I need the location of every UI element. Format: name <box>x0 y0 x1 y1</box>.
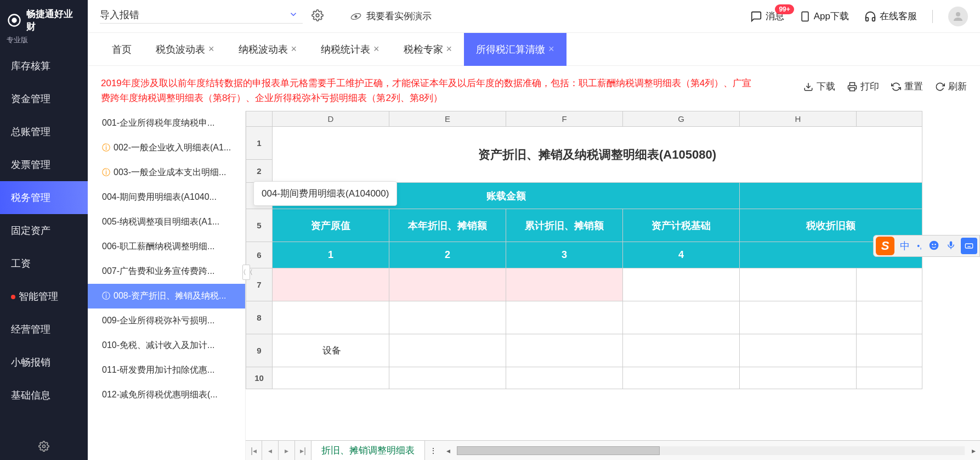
report-item-4[interactable]: 005-纳税调整项目明细表(A1... <box>88 210 245 234</box>
sidebar-settings[interactable] <box>0 434 88 460</box>
report-item-9[interactable]: 010-免税、减计收入及加计... <box>88 333 245 358</box>
sidebar-item-9[interactable]: 小畅报销 <box>0 346 88 379</box>
report-item-6[interactable]: 007-广告费和业务宣传费跨... <box>88 259 245 284</box>
app-download-button[interactable]: App下载 <box>800 10 849 23</box>
ime-bar[interactable]: S 中 •, <box>873 235 980 257</box>
headset-icon <box>864 10 876 23</box>
sidebar-item-6[interactable]: 工资 <box>0 247 88 280</box>
close-icon[interactable]: × <box>548 43 554 55</box>
sheet-next-icon[interactable]: ▸ <box>279 441 295 461</box>
ime-keyboard-icon[interactable] <box>961 238 977 254</box>
close-icon[interactable]: × <box>446 43 452 55</box>
scroll-track[interactable] <box>457 446 965 455</box>
brand-header: 畅捷通好业财 专业版 <box>0 0 88 49</box>
svg-rect-17 <box>950 241 953 246</box>
svg-point-15 <box>932 244 933 245</box>
tab-2[interactable]: 纳税波动表× <box>226 33 309 66</box>
help-icon: ⓘ <box>102 143 110 153</box>
sidebar-menu: 库存核算资金管理总账管理发票管理税务管理固定资产工资智能管理经营管理小畅报销基础… <box>0 49 88 434</box>
collapse-handle[interactable]: 〈〈 <box>242 265 250 280</box>
ime-punct-icon[interactable]: •, <box>915 242 924 250</box>
report-item-5[interactable]: 006-职工薪酬纳税调整明细... <box>88 234 245 259</box>
close-icon[interactable]: × <box>208 43 214 55</box>
search-wrap <box>100 9 303 24</box>
sheet-menu-icon[interactable]: ⋮ <box>425 446 441 455</box>
reset-button[interactable]: 重置 <box>891 80 923 93</box>
report-item-7[interactable]: ⓘ008-资产折旧、摊销及纳税... <box>88 284 245 308</box>
report-item-3[interactable]: 004-期间费用明细表(A1040... <box>88 185 245 210</box>
sidebar-item-label: 经营管理 <box>11 324 50 335</box>
notice-bar: 2019年度涉及取以前年度结转数据的申报表单元格需要手工维护正确，才能保证本年及… <box>88 66 980 111</box>
tab-3[interactable]: 纳税统计表× <box>309 33 392 66</box>
refresh-button[interactable]: 刷新 <box>935 80 967 93</box>
sheet-last-icon[interactable]: ▸| <box>295 441 311 461</box>
scroll-left-icon[interactable]: ◂ <box>441 446 455 455</box>
report-item-label: 008-资产折旧、摊销及纳税... <box>114 290 226 302</box>
sheet-prev-icon[interactable]: ◂ <box>262 441 279 461</box>
report-item-label: 003-一般企业成本支出明细... <box>114 167 226 178</box>
toolbar: 下载 打印 重置 刷新 <box>803 76 967 93</box>
sidebar-item-0[interactable]: 库存核算 <box>0 49 88 82</box>
report-item-8[interactable]: 009-企业所得税弥补亏损明... <box>88 308 245 333</box>
ime-logo-icon: S <box>876 237 894 255</box>
sidebar-item-label: 总账管理 <box>11 126 50 137</box>
chevron-down-icon[interactable] <box>288 9 298 21</box>
demo-label: 我要看实例演示 <box>366 10 432 23</box>
download-button[interactable]: 下载 <box>803 80 835 93</box>
ime-lang[interactable]: 中 <box>898 239 912 253</box>
sidebar-item-10[interactable]: 基础信息 <box>0 379 88 412</box>
close-icon[interactable]: × <box>291 43 297 55</box>
sidebar-item-label: 发票管理 <box>11 159 50 170</box>
support-button[interactable]: 在线客服 <box>864 10 917 23</box>
demo-link[interactable]: 我要看实例演示 <box>350 10 432 23</box>
report-item-11[interactable]: 012-减免所得税优惠明细表(... <box>88 383 245 407</box>
horizontal-scrollbar[interactable]: ◂ ▸ <box>441 446 980 455</box>
sidebar-item-1[interactable]: 资金管理 <box>0 82 88 115</box>
svg-point-1 <box>13 19 16 23</box>
sidebar-item-8[interactable]: 经营管理 <box>0 313 88 346</box>
ime-face-icon[interactable] <box>927 240 941 253</box>
close-icon[interactable]: × <box>373 43 379 55</box>
report-item-label: 004-期间费用明细表(A1040... <box>102 192 217 203</box>
user-avatar[interactable] <box>948 7 968 26</box>
spreadsheet[interactable]: DEFGH1资产折旧、摊销及纳税调整明细表(A105080)24账载金额5资产原… <box>246 111 980 440</box>
report-item-label: 006-职工薪酬纳税调整明细... <box>102 241 214 253</box>
tab-4[interactable]: 税检专家× <box>392 33 464 66</box>
svg-rect-9 <box>802 12 808 21</box>
svg-point-3 <box>316 14 319 17</box>
report-item-2[interactable]: ⓘ003-一般企业成本支出明细... <box>88 160 245 185</box>
tab-0[interactable]: 首页 <box>100 33 144 66</box>
report-item-0[interactable]: 001-企业所得税年度纳税申... <box>88 111 245 136</box>
svg-point-14 <box>930 240 939 250</box>
refresh-icon <box>935 82 945 92</box>
svg-point-11 <box>956 12 960 16</box>
sidebar-item-4[interactable]: 税务管理 <box>0 181 88 214</box>
report-item-1[interactable]: ⓘ002-一般企业收入明细表(A1... <box>88 136 245 160</box>
tab-1[interactable]: 税负波动表× <box>144 33 226 66</box>
messages-button[interactable]: 消息 99+ <box>750 10 784 23</box>
download-label: App下载 <box>814 10 849 23</box>
content: 2019年度涉及取以前年度结转数据的申报表单元格需要手工维护正确，才能保证本年及… <box>88 66 980 460</box>
report-item-label: 007-广告费和业务宣传费跨... <box>102 266 214 277</box>
tab-5[interactable]: 所得税汇算清缴× <box>464 33 567 66</box>
sidebar-item-2[interactable]: 总账管理 <box>0 115 88 148</box>
sheet-tab[interactable]: 折旧、摊销调整明细表 <box>311 441 425 461</box>
print-button[interactable]: 打印 <box>847 80 879 93</box>
search-settings-icon[interactable] <box>311 9 324 23</box>
sidebar-item-3[interactable]: 发票管理 <box>0 148 88 181</box>
report-item-10[interactable]: 011-研发费用加计扣除优惠... <box>88 358 245 383</box>
sheet-first-icon[interactable]: |◂ <box>246 441 262 461</box>
svg-rect-18 <box>965 244 972 248</box>
scroll-thumb[interactable] <box>457 446 660 455</box>
scroll-right-icon[interactable]: ▸ <box>967 446 980 455</box>
search-input[interactable] <box>100 9 284 21</box>
sidebar-item-7[interactable]: 智能管理 <box>0 280 88 313</box>
tab-label: 首页 <box>112 43 132 56</box>
svg-point-5 <box>355 15 357 18</box>
sidebar-item-5[interactable]: 固定资产 <box>0 214 88 247</box>
help-icon: ⓘ <box>102 167 110 178</box>
tab-label: 纳税统计表 <box>321 43 370 56</box>
topbar-right: 消息 99+ App下载 在线客服 <box>750 7 968 26</box>
tab-label: 所得税汇算清缴 <box>476 43 545 56</box>
ime-mic-icon[interactable] <box>944 240 958 253</box>
